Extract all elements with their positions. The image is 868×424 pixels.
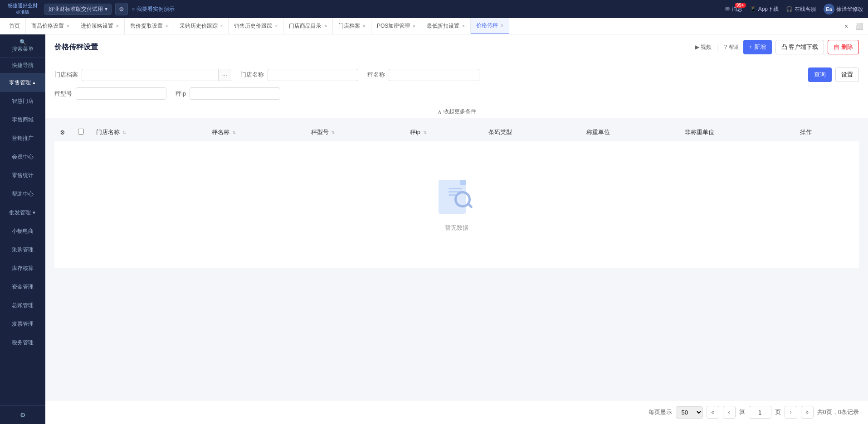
sidebar-search[interactable]: 🔍 搜索菜单: [0, 34, 45, 58]
next-page-button[interactable]: ›: [785, 406, 797, 419]
tab-close-icon[interactable]: ×: [501, 23, 503, 28]
demo-link[interactable]: ○ 我要看实例演示: [132, 5, 175, 13]
sidebar-item-wholesale[interactable]: 批发管理 ▼: [0, 203, 45, 222]
sidebar-item-retail-statistics[interactable]: 零售统计: [0, 166, 45, 185]
app-download-button[interactable]: 📱 App下载: [750, 5, 779, 13]
last-page-button[interactable]: »: [801, 406, 814, 419]
sidebar-item-finance[interactable]: 资金管理: [0, 278, 45, 296]
bottom-settings-icon[interactable]: ⚙: [20, 411, 26, 419]
search-label: 搜索菜单: [4, 45, 42, 53]
tab-close-icon[interactable]: ×: [166, 24, 168, 29]
sidebar-item-label: 零售管理: [9, 79, 31, 87]
tab-label: 进价策略设置: [81, 22, 113, 30]
sidebar-item-invoice[interactable]: 发票管理: [0, 315, 45, 333]
page-size-label: 每页显示: [649, 408, 672, 416]
page-label: 算: [739, 408, 745, 416]
tab-price-scale[interactable]: 价格传秤×: [471, 18, 509, 34]
sidebar-item-inventory[interactable]: 库存核算: [0, 259, 45, 278]
filter-scale-ip: 秤ip: [176, 87, 280, 100]
filter-row-2: 秤型号 秤ip: [54, 87, 859, 100]
tab-label: 门店档案: [338, 22, 360, 30]
sidebar-item-label: 税务管理: [12, 339, 34, 347]
tab-close-icon[interactable]: ×: [363, 24, 366, 29]
tab-home[interactable]: 首页: [4, 18, 26, 34]
more-icon[interactable]: ···: [218, 69, 231, 81]
tab-close-icon[interactable]: ×: [413, 24, 415, 29]
collapse-button[interactable]: ∧ 收起更多条件: [438, 108, 476, 116]
tab-sale-extract[interactable]: 售价提取设置×: [125, 18, 174, 34]
table-body: 暂无数据: [54, 141, 859, 269]
tab-label: 商品价格设置: [31, 22, 64, 30]
filter-area: 门店档案 ··· 门店名称 秤名称 查询 设置: [45, 60, 868, 118]
th-store-name: 门店名称 ⇅: [91, 124, 206, 141]
tab-label: 售价提取设置: [130, 22, 163, 30]
delete-button[interactable]: 自 删除: [828, 40, 859, 54]
sidebar-item-label: 发票管理: [12, 320, 34, 328]
sort-icon[interactable]: ⇅: [423, 130, 427, 135]
th-checkbox[interactable]: [73, 124, 91, 141]
table-head: ⚙ 门店名称 ⇅ 秤名称 ⇅: [54, 124, 859, 141]
store-archive-label: 门店档案: [54, 71, 78, 79]
online-service-button[interactable]: 🎧 在线客服: [786, 5, 816, 13]
tab-bar-actions: × ⬜: [841, 21, 868, 32]
page-number-input[interactable]: [749, 406, 771, 419]
sort-icon[interactable]: ⇅: [232, 130, 236, 135]
scale-ip-input[interactable]: [190, 87, 280, 100]
filter-settings-button[interactable]: 设置: [835, 67, 859, 82]
tab-store-catalog[interactable]: 门店商品目录×: [283, 18, 333, 34]
select-all-checkbox[interactable]: [78, 129, 84, 135]
store-name-input[interactable]: [268, 69, 358, 81]
tab-price-settings[interactable]: 商品价格设置×: [26, 18, 75, 34]
tab-close-icon[interactable]: ×: [220, 24, 223, 29]
sidebar-item-ecommerce[interactable]: 小畅电商: [0, 222, 45, 241]
col-barcode-type-label: 条码类型: [488, 129, 512, 135]
th-settings[interactable]: ⚙: [54, 124, 73, 141]
video-help-link[interactable]: ▶ 视频: [695, 43, 712, 51]
page-size-select[interactable]: 50 10 20 100: [676, 406, 703, 419]
help-icon: ?: [724, 44, 727, 50]
first-page-button[interactable]: «: [707, 406, 719, 419]
sidebar-quick-nav[interactable]: 快捷导航: [0, 58, 45, 73]
sidebar-item-tax[interactable]: 税务管理: [0, 333, 45, 352]
tab-close-button[interactable]: ×: [841, 21, 852, 32]
scale-name-input[interactable]: [389, 69, 479, 81]
sidebar-item-smart-store[interactable]: 智慧门店: [0, 92, 45, 111]
demo-label: 我要看实例演示: [137, 5, 175, 13]
sidebar-item-retail-mall[interactable]: 零售商城: [0, 111, 45, 129]
tab-close-icon[interactable]: ×: [67, 24, 69, 29]
separator: |: [717, 44, 718, 51]
tab-sale-history[interactable]: 销售历史价跟踪×: [229, 18, 283, 34]
tab-purchase-history[interactable]: 采购历史价跟踪×: [174, 18, 229, 34]
help-label: 帮助: [729, 43, 740, 51]
tab-min-discount[interactable]: 最低折扣设置×: [421, 18, 471, 34]
tab-store-archive[interactable]: 门店档案×: [333, 18, 371, 34]
sidebar-item-help-center[interactable]: 帮助中心: [0, 185, 45, 203]
version-settings-button[interactable]: ⚙: [115, 3, 128, 15]
app-subtitle: 标准版: [16, 9, 29, 15]
store-archive-input[interactable]: [82, 69, 218, 81]
sidebar-item-label: 小畅电商: [12, 227, 34, 235]
sidebar-item-purchase[interactable]: 采购管理: [0, 241, 45, 259]
help-link[interactable]: ? 帮助: [724, 43, 740, 51]
messages-button[interactable]: ✉ 消息 99+: [725, 5, 742, 13]
add-button[interactable]: + 新增: [743, 40, 772, 54]
sidebar-item-member-center[interactable]: 会员中心: [0, 148, 45, 166]
user-area[interactable]: Ea 徐泽华修改: [824, 4, 863, 14]
sidebar-item-marketing[interactable]: 营销推广: [0, 129, 45, 148]
tab-close-icon[interactable]: ×: [275, 24, 278, 29]
sidebar-item-general-ledger[interactable]: 总账管理: [0, 296, 45, 315]
download-client-button[interactable]: 凸 客户端下载: [775, 40, 824, 54]
tab-purchase-strategy[interactable]: 进价策略设置×: [75, 18, 125, 34]
sidebar-item-retail-management[interactable]: 零售管理 ▲: [0, 73, 45, 92]
tab-expand-button[interactable]: ⬜: [853, 21, 864, 32]
tab-pos-encrypt[interactable]: POS加密管理×: [371, 18, 421, 34]
tab-close-icon[interactable]: ×: [324, 24, 327, 29]
sort-icon[interactable]: ⇅: [331, 130, 335, 135]
tab-close-icon[interactable]: ×: [462, 24, 465, 29]
scale-model-input[interactable]: [76, 87, 166, 100]
search-button[interactable]: 查询: [808, 67, 832, 82]
prev-page-button[interactable]: ‹: [723, 406, 736, 419]
sort-icon[interactable]: ⇅: [122, 130, 126, 135]
version-selector[interactable]: 好业财标准版交付试用 ▾: [44, 4, 112, 15]
tab-close-icon[interactable]: ×: [116, 24, 119, 29]
